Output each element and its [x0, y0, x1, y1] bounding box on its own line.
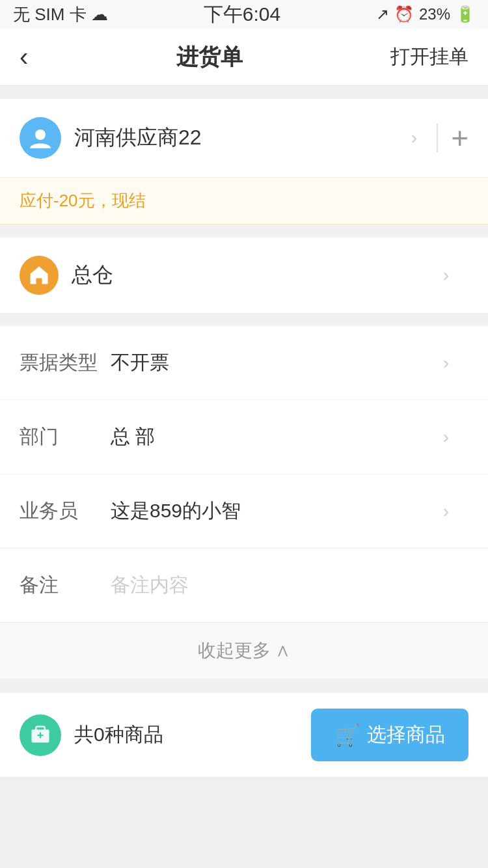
back-button[interactable]: ‹ — [20, 42, 28, 72]
open-pending-button[interactable]: 打开挂单 — [390, 44, 468, 70]
salesperson-value: 这是859的小智 — [104, 498, 443, 524]
section-gap-3 — [0, 313, 488, 326]
form-section: 票据类型 不开票 › 部门 总 部 › 业务员 这是859的小智 › 备注 备注… — [0, 326, 488, 679]
svg-point-0 — [35, 129, 46, 140]
department-value: 总 部 — [104, 424, 443, 450]
nav-bar: ‹ 进货单 打开挂单 — [0, 29, 488, 86]
product-count: 共0种商品 — [74, 722, 311, 748]
salesperson-chevron-icon: › — [443, 501, 449, 522]
network-status: 无 SIM 卡 ☁ — [13, 3, 108, 26]
remark-row[interactable]: 备注 备注内容 — [0, 548, 488, 622]
status-bar: 无 SIM 卡 ☁ 下午6:04 ↗ ⏰ 23% 🔋 — [0, 0, 488, 29]
salesperson-label: 业务员 — [20, 498, 104, 524]
product-icon — [29, 724, 52, 747]
add-supplier-button[interactable]: + — [451, 123, 468, 153]
collapse-bar[interactable]: 收起更多 ∧ — [0, 622, 488, 679]
invoice-type-row[interactable]: 票据类型 不开票 › — [0, 326, 488, 400]
supplier-notice: 应付-20元，现结 — [0, 178, 488, 224]
alarm-icon: ⏰ — [394, 5, 414, 23]
status-left: 无 SIM 卡 ☁ — [13, 3, 108, 26]
warehouse-icon — [20, 256, 59, 295]
supplier-section: 河南供应商22 › + 应付-20元，现结 — [0, 99, 488, 224]
location-icon: ↗ — [376, 5, 389, 23]
page-title: 进货单 — [176, 42, 243, 72]
supplier-name: 河南供应商22 — [74, 124, 411, 152]
salesperson-row[interactable]: 业务员 这是859的小智 › — [0, 474, 488, 548]
section-gap-2 — [0, 224, 488, 237]
section-gap-1 — [0, 86, 488, 99]
supplier-avatar — [20, 117, 61, 159]
status-right: ↗ ⏰ 23% 🔋 — [376, 5, 475, 23]
select-product-icon: 🛒 — [334, 723, 360, 748]
department-label: 部门 — [20, 424, 104, 450]
warehouse-chevron-icon: › — [443, 265, 449, 286]
department-chevron-icon: › — [443, 427, 449, 448]
invoice-type-label: 票据类型 — [20, 349, 104, 376]
product-icon-wrap — [20, 714, 61, 756]
bottom-bar: 共0种商品 🛒 选择商品 — [0, 693, 488, 777]
warehouse-section[interactable]: 总仓 › — [0, 237, 488, 313]
department-row[interactable]: 部门 总 部 › — [0, 400, 488, 474]
supplier-chevron-icon: › — [411, 128, 417, 148]
page-rest — [0, 777, 488, 868]
select-product-label: 选择商品 — [367, 722, 445, 748]
battery-level: 23% — [419, 5, 450, 23]
warehouse-name: 总仓 — [72, 261, 443, 290]
remark-input[interactable]: 备注内容 — [104, 572, 468, 599]
supplier-divider — [437, 124, 438, 152]
section-gap-4 — [0, 679, 488, 692]
select-product-button[interactable]: 🛒 选择商品 — [311, 709, 468, 761]
battery-icon: 🔋 — [455, 5, 475, 23]
remark-label: 备注 — [20, 572, 104, 599]
invoice-type-chevron-icon: › — [443, 353, 449, 373]
status-time: 下午6:04 — [204, 1, 280, 28]
invoice-type-value: 不开票 — [104, 349, 443, 376]
supplier-row[interactable]: 河南供应商22 › + — [0, 99, 488, 178]
user-icon — [27, 125, 53, 151]
home-icon — [27, 264, 51, 287]
warehouse-row[interactable]: 总仓 › — [0, 237, 488, 313]
